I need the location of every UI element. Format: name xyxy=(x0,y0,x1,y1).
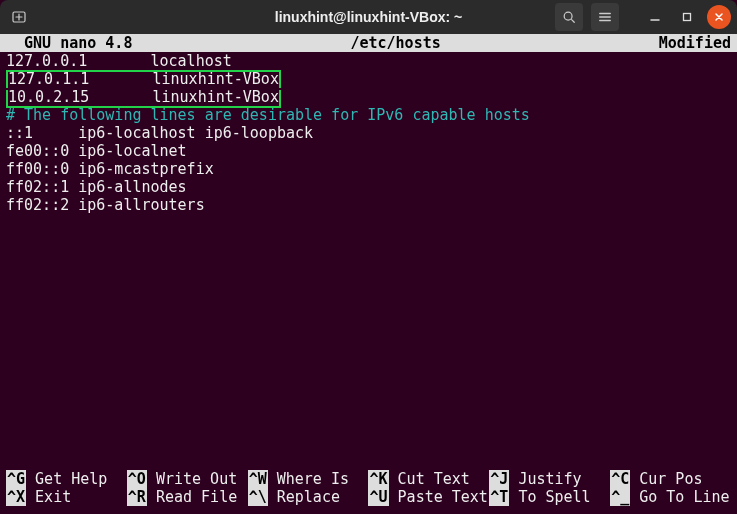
nano-shortcut: ^_ Go To Line xyxy=(610,488,731,506)
shortcut-label: Read File xyxy=(147,488,237,506)
shortcut-key: ^T xyxy=(489,488,509,506)
menu-button[interactable] xyxy=(591,3,619,31)
close-button[interactable] xyxy=(707,5,731,29)
editor-content[interactable]: 127.0.0.1 localhost127.0.1.1 linuxhint-V… xyxy=(0,52,737,214)
shortcut-label: Go To Line xyxy=(630,488,729,506)
nano-shortcut: ^R Read File xyxy=(127,488,248,506)
editor-line[interactable]: ff02::2 ip6-allrouters xyxy=(6,196,731,214)
editor-line[interactable]: ff02::1 ip6-allnodes xyxy=(6,178,731,196)
nano-shortcuts: ^G Get Help^O Write Out^W Where Is^K Cut… xyxy=(6,470,731,506)
nano-shortcut: ^K Cut Text xyxy=(368,470,489,488)
nano-shortcut: ^W Where Is xyxy=(248,470,369,488)
window-title: linuxhint@linuxhint-VBox: ~ xyxy=(275,9,462,25)
shortcut-label: Cut Text xyxy=(389,470,470,488)
nano-app-version: GNU nano 4.8 xyxy=(6,34,132,52)
shortcut-label: Paste Text xyxy=(389,488,488,506)
editor-line[interactable]: ff00::0 ip6-mcastprefix xyxy=(6,160,731,178)
shortcut-key: ^R xyxy=(127,488,147,506)
shortcut-key: ^O xyxy=(127,470,147,488)
editor-line[interactable]: 127.0.1.1 linuxhint-VBox xyxy=(6,70,731,88)
nano-shortcut: ^X Exit xyxy=(6,488,127,506)
nano-file-path: /etc/hosts xyxy=(132,34,658,52)
nano-shortcut: ^U Paste Text xyxy=(368,488,489,506)
shortcut-label: To Spell xyxy=(509,488,590,506)
editor-line[interactable]: # The following lines are desirable for … xyxy=(6,106,731,124)
nano-shortcut: ^T To Spell xyxy=(489,488,610,506)
nano-shortcut: ^O Write Out xyxy=(127,470,248,488)
nano-shortcut: ^\ Replace xyxy=(248,488,369,506)
new-tab-button[interactable] xyxy=(6,6,32,28)
shortcut-key: ^K xyxy=(368,470,388,488)
shortcut-label: Justify xyxy=(509,470,581,488)
shortcut-label: Exit xyxy=(26,488,71,506)
titlebar: linuxhint@linuxhint-VBox: ~ xyxy=(0,0,737,34)
nano-status-bar: GNU nano 4.8 /etc/hosts Modified xyxy=(0,34,737,52)
search-button[interactable] xyxy=(555,3,583,31)
shortcut-label: Write Out xyxy=(147,470,237,488)
svg-point-1 xyxy=(564,12,572,20)
shortcut-key: ^J xyxy=(489,470,509,488)
shortcut-label: Get Help xyxy=(26,470,107,488)
editor-line[interactable]: 127.0.0.1 localhost xyxy=(6,52,731,70)
editor-line[interactable]: ::1 ip6-localhost ip6-loopback xyxy=(6,124,731,142)
shortcut-key: ^X xyxy=(6,488,26,506)
shortcut-label: Where Is xyxy=(268,470,349,488)
shortcut-label: Cur Pos xyxy=(630,470,702,488)
svg-rect-2 xyxy=(684,14,691,21)
maximize-button[interactable] xyxy=(675,5,699,29)
shortcut-key: ^W xyxy=(248,470,268,488)
shortcut-key: ^U xyxy=(368,488,388,506)
editor-line[interactable]: 10.0.2.15 linuxhint-VBox xyxy=(6,88,731,106)
nano-shortcut: ^C Cur Pos xyxy=(610,470,731,488)
nano-shortcut: ^G Get Help xyxy=(6,470,127,488)
shortcut-key: ^C xyxy=(610,470,630,488)
editor-line[interactable]: fe00::0 ip6-localnet xyxy=(6,142,731,160)
nano-modified-state: Modified xyxy=(659,34,731,52)
shortcut-key: ^_ xyxy=(610,488,630,506)
shortcut-label: Replace xyxy=(268,488,340,506)
minimize-button[interactable] xyxy=(643,5,667,29)
shortcut-key: ^\ xyxy=(248,488,268,506)
shortcut-key: ^G xyxy=(6,470,26,488)
nano-shortcut: ^J Justify xyxy=(489,470,610,488)
